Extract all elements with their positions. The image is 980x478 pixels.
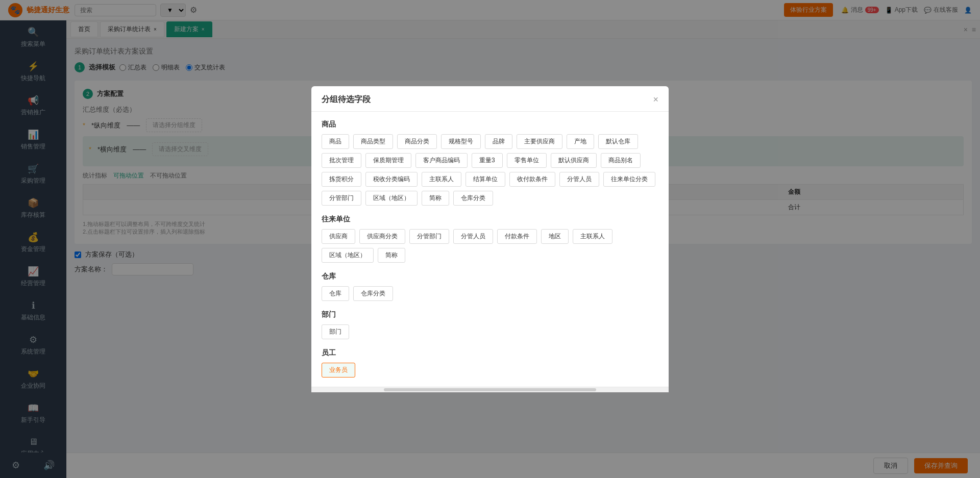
field-tag-1-5[interactable]: 地区 — [541, 229, 569, 244]
field-tag-0-9[interactable]: 保质期管理 — [365, 153, 411, 168]
field-tag-0-24[interactable]: 简称 — [422, 191, 449, 206]
field-group-title-4: 员工 — [322, 348, 658, 358]
field-group-1: 往来单位供应商供应商分类分管部门分管人员付款条件地区主联系人区域（地区）简称 — [322, 215, 658, 263]
field-tag-0-6[interactable]: 产地 — [567, 134, 594, 149]
modal-horizontal-scrollbar[interactable] — [311, 387, 669, 392]
field-tag-0-22[interactable]: 分管部门 — [322, 191, 361, 206]
field-tag-0-25[interactable]: 仓库分类 — [453, 191, 493, 206]
field-tag-0-20[interactable]: 分管人员 — [559, 172, 599, 187]
field-group-title-0: 商品 — [322, 120, 658, 129]
field-tag-0-21[interactable]: 往来单位分类 — [603, 172, 655, 187]
field-tag-0-19[interactable]: 收付款条件 — [509, 172, 555, 187]
field-tag-0-7[interactable]: 默认仓库 — [598, 134, 638, 149]
field-tag-1-4[interactable]: 付款条件 — [497, 229, 537, 244]
field-tags-3: 部门 — [322, 324, 658, 339]
modal-overlay[interactable]: 分组待选字段 × 商品商品商品类型商品分类规格型号品牌主要供应商产地默认仓库批次… — [0, 0, 980, 478]
field-tag-0-17[interactable]: 主联系人 — [422, 172, 461, 187]
field-group-4: 员工业务员 — [322, 348, 658, 378]
field-tags-4: 业务员 — [322, 363, 658, 378]
modal-title: 分组待选字段 — [322, 94, 371, 105]
field-tag-4-0[interactable]: 业务员 — [322, 363, 355, 378]
field-tag-0-10[interactable]: 客户商品编码 — [415, 153, 468, 168]
field-tag-0-0[interactable]: 商品 — [322, 134, 349, 149]
field-tag-0-8[interactable]: 批次管理 — [322, 153, 361, 168]
field-tag-1-2[interactable]: 分管部门 — [409, 229, 449, 244]
modal-close-button[interactable]: × — [653, 94, 658, 105]
field-tag-0-3[interactable]: 规格型号 — [441, 134, 481, 149]
modal-header: 分组待选字段 × — [311, 86, 669, 112]
field-group-2: 仓库仓库仓库分类 — [322, 272, 658, 301]
field-tag-1-6[interactable]: 主联系人 — [573, 229, 612, 244]
field-group-0: 商品商品商品类型商品分类规格型号品牌主要供应商产地默认仓库批次管理保质期管理客户… — [322, 120, 658, 206]
field-tag-1-1[interactable]: 供应商分类 — [359, 229, 405, 244]
field-tag-0-14[interactable]: 商品别名 — [601, 153, 641, 168]
field-tag-1-8[interactable]: 简称 — [378, 248, 405, 263]
field-group-title-3: 部门 — [322, 310, 658, 319]
field-tag-3-0[interactable]: 部门 — [322, 324, 349, 339]
modal-body: 商品商品商品类型商品分类规格型号品牌主要供应商产地默认仓库批次管理保质期管理客户… — [311, 112, 669, 387]
field-tag-0-1[interactable]: 商品类型 — [353, 134, 393, 149]
field-group-title-2: 仓库 — [322, 272, 658, 281]
field-tag-0-16[interactable]: 税收分类编码 — [365, 172, 418, 187]
field-tag-0-18[interactable]: 结算单位 — [465, 172, 505, 187]
field-tag-0-15[interactable]: 拣货积分 — [322, 172, 361, 187]
field-tag-0-12[interactable]: 零售单位 — [507, 153, 547, 168]
field-tag-1-0[interactable]: 供应商 — [322, 229, 355, 244]
field-tags-0: 商品商品类型商品分类规格型号品牌主要供应商产地默认仓库批次管理保质期管理客户商品… — [322, 134, 658, 206]
field-tag-0-23[interactable]: 区域（地区） — [365, 191, 418, 206]
field-tag-0-2[interactable]: 商品分类 — [397, 134, 437, 149]
field-tag-0-11[interactable]: 重量3 — [472, 153, 503, 168]
field-tags-2: 仓库仓库分类 — [322, 286, 658, 301]
field-tag-2-1[interactable]: 仓库分类 — [353, 286, 393, 301]
field-tag-0-13[interactable]: 默认供应商 — [551, 153, 597, 168]
field-tag-1-3[interactable]: 分管人员 — [453, 229, 493, 244]
field-tag-2-0[interactable]: 仓库 — [322, 286, 349, 301]
modal: 分组待选字段 × 商品商品商品类型商品分类规格型号品牌主要供应商产地默认仓库批次… — [311, 86, 669, 392]
field-tags-1: 供应商供应商分类分管部门分管人员付款条件地区主联系人区域（地区）简称 — [322, 229, 658, 263]
hscroll-thumb — [384, 388, 596, 391]
field-tag-0-4[interactable]: 品牌 — [485, 134, 512, 149]
field-group-title-1: 往来单位 — [322, 215, 658, 224]
field-tag-1-7[interactable]: 区域（地区） — [322, 248, 374, 263]
field-group-3: 部门部门 — [322, 310, 658, 339]
field-tag-0-5[interactable]: 主要供应商 — [517, 134, 562, 149]
